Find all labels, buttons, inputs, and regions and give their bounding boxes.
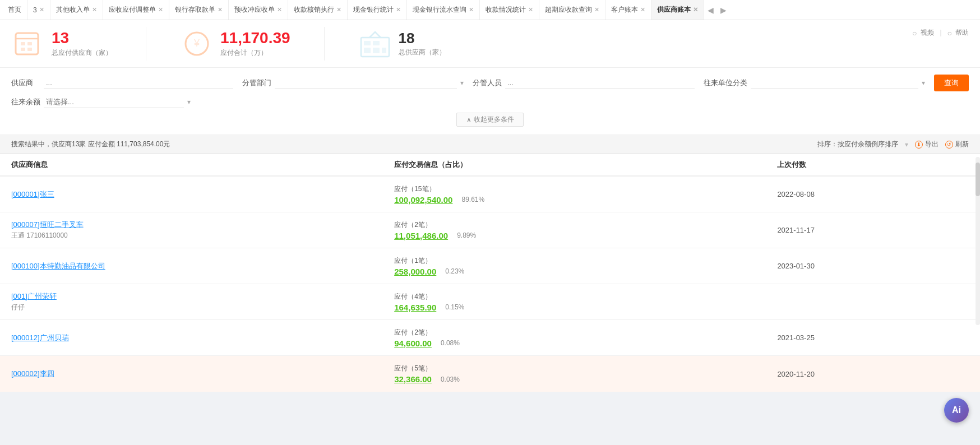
payment-label-3: 应付（1笔） bbox=[394, 256, 777, 266]
nav-tab-advance[interactable]: 预收冲应收单 ✕ bbox=[229, 0, 288, 20]
top-navigation: 首页 3 ✕ 其他收入单 ✕ 应收应付调整单 ✕ 银行存取款单 ✕ 预收冲应收单… bbox=[0, 0, 980, 20]
nav-tab-cash-stat[interactable]: 现金银行统计 ✕ bbox=[348, 0, 407, 20]
nav-tab-cash-stat-close[interactable]: ✕ bbox=[396, 6, 401, 13]
filter-balance: 往来余额 ▾ bbox=[11, 96, 191, 108]
nav-tab-cash-flow[interactable]: 现金银行流水查询 ✕ bbox=[407, 0, 480, 20]
collapse-button[interactable]: ∧ 收起更多条件 bbox=[456, 113, 524, 127]
stat-total-suppliers: 18 总供应商（家） bbox=[358, 27, 446, 61]
nav-tab-home-label: 首页 bbox=[8, 5, 21, 15]
svg-rect-4 bbox=[21, 48, 25, 51]
help-link[interactable]: 帮助 bbox=[955, 28, 969, 38]
nav-tab-bank-close[interactable]: ✕ bbox=[218, 6, 223, 13]
col-supplier-info: 供应商信息 bbox=[11, 160, 394, 170]
category-dropdown-icon[interactable]: ▾ bbox=[922, 79, 925, 87]
nav-tab-3[interactable]: 3 ✕ bbox=[27, 0, 50, 20]
nav-tab-other-income[interactable]: 其他收入单 ✕ bbox=[50, 0, 103, 20]
payment-amount-4[interactable]: 164,635.90 bbox=[394, 303, 436, 312]
nav-tab-supplier[interactable]: 供应商账本 ✕ bbox=[651, 0, 704, 20]
payment-amount-3[interactable]: 258,000.00 bbox=[394, 267, 436, 276]
nav-tab-ar-ap[interactable]: 应收应付调整单 ✕ bbox=[103, 0, 169, 20]
payment-row-3: 258,000.00 0.23% bbox=[394, 267, 777, 276]
nav-tab-overdue-close[interactable]: ✕ bbox=[594, 6, 599, 13]
filter-supplier: 供应商 bbox=[11, 77, 233, 89]
nav-tab-bank[interactable]: 银行存取款单 ✕ bbox=[169, 0, 229, 20]
query-button[interactable]: 查询 bbox=[934, 75, 969, 91]
nav-tab-home[interactable]: 首页 bbox=[2, 0, 27, 20]
payment-amount-1[interactable]: 100,092,540.00 bbox=[394, 195, 452, 205]
nav-tab-cash-flow-close[interactable]: ✕ bbox=[469, 6, 474, 13]
supplier-table: 供应商信息 应付交易信息（占比） 上次付数 [000001]张三 应付（15笔）… bbox=[0, 154, 980, 392]
stat-payable-amount-num: 11,170.39 bbox=[220, 30, 290, 47]
supplier-link-1[interactable]: [000001]张三 bbox=[11, 190, 54, 198]
stat-payable-suppliers-label: 总应付供应商（家） bbox=[52, 48, 112, 58]
payment-pct-1: 89.61% bbox=[461, 196, 484, 203]
nav-tab-customer[interactable]: 客户账本 ✕ bbox=[605, 0, 651, 20]
last-payment-cell-6: 2020-11-20 bbox=[777, 370, 969, 378]
nav-tab-3-close[interactable]: ✕ bbox=[39, 6, 44, 13]
payment-info-cell-6: 应付（5笔） 32,366.00 0.03% bbox=[394, 364, 777, 384]
sort-button[interactable]: 排序：按应付余额倒序排序 bbox=[817, 140, 898, 149]
stat-payable-suppliers: 13 总应付供应商（家） bbox=[11, 27, 112, 61]
svg-rect-2 bbox=[21, 42, 25, 45]
payment-row-5: 94,600.00 0.08% bbox=[394, 339, 777, 348]
balance-dropdown-icon[interactable]: ▾ bbox=[187, 98, 191, 106]
stat-total-suppliers-text: 18 总供应商（家） bbox=[399, 30, 446, 57]
nav-tab-supplier-close[interactable]: ✕ bbox=[693, 6, 698, 13]
payment-amount-2[interactable]: 11,051,486.00 bbox=[394, 231, 448, 240]
payment-label-6: 应付（5笔） bbox=[394, 364, 777, 373]
filter-dept: 分管部门 ▾ bbox=[242, 77, 464, 89]
vertical-scrollbar[interactable] bbox=[976, 157, 980, 325]
supplier-link-2[interactable]: [000007]恒旺二手叉车 bbox=[11, 220, 84, 229]
payment-pct-4: 0.15% bbox=[445, 303, 464, 311]
nav-tab-customer-close[interactable]: ✕ bbox=[640, 6, 645, 13]
nav-tab-receipt-stat[interactable]: 收款情况统计 ✕ bbox=[480, 0, 539, 20]
dept-dropdown-icon[interactable]: ▾ bbox=[460, 79, 464, 87]
nav-tab-bank-label: 银行存取款单 bbox=[175, 5, 215, 15]
last-payment-cell-1: 2022-08-08 bbox=[777, 190, 969, 198]
svg-text:¥: ¥ bbox=[193, 38, 200, 49]
nav-tab-other-income-close[interactable]: ✕ bbox=[92, 6, 97, 13]
table-row: [000002]李四 应付（5笔） 32,366.00 0.03% 2020-1… bbox=[0, 356, 980, 392]
supplier-link-3[interactable]: [000100]本特勤油品有限公司 bbox=[11, 262, 105, 270]
result-bar: 搜索结果中，供应商13家 应付金额 111,703,854.00元 排序：按应付… bbox=[0, 135, 980, 154]
nav-next-arrow[interactable]: ▶ bbox=[717, 0, 730, 20]
payment-amount-5[interactable]: 94,600.00 bbox=[394, 339, 432, 348]
nav-tab-receipt-stat-close[interactable]: ✕ bbox=[528, 6, 533, 13]
payment-info-cell-4: 应付（4笔） 164,635.90 0.15% bbox=[394, 292, 777, 312]
nav-tab-ar-ap-close[interactable]: ✕ bbox=[158, 6, 163, 13]
payable-suppliers-icon bbox=[11, 27, 45, 61]
nav-prev-arrow[interactable]: ◀ bbox=[704, 0, 717, 20]
dept-filter-label: 分管部门 bbox=[242, 78, 271, 88]
payment-label-5: 应付（2笔） bbox=[394, 328, 777, 337]
category-filter-input[interactable] bbox=[751, 77, 919, 89]
export-button[interactable]: ⬇ 导出 bbox=[915, 140, 939, 149]
payment-pct-2: 9.89% bbox=[457, 231, 476, 239]
last-payment-date-3: 2023-01-30 bbox=[777, 262, 815, 270]
circle-icon2: ○ bbox=[947, 29, 952, 38]
collapse-icon: ∧ bbox=[466, 116, 471, 124]
col-payment-info: 应付交易信息（占比） bbox=[394, 160, 777, 170]
nav-tab-advance-close[interactable]: ✕ bbox=[277, 6, 282, 13]
balance-filter-input[interactable] bbox=[44, 96, 184, 108]
refresh-icon: ↺ bbox=[945, 141, 953, 149]
scrollbar-thumb[interactable] bbox=[976, 163, 980, 196]
supplier-filter-input[interactable] bbox=[44, 77, 233, 89]
nav-tab-receipt[interactable]: 收款核销执行 ✕ bbox=[288, 0, 348, 20]
payment-info-cell-3: 应付（1笔） 258,000.00 0.23% bbox=[394, 256, 777, 276]
payment-amount-6[interactable]: 32,366.00 bbox=[394, 374, 432, 384]
table-header: 供应商信息 应付交易信息（占比） 上次付数 bbox=[0, 154, 980, 177]
video-link[interactable]: 视频 bbox=[921, 28, 934, 38]
supplier-link-5[interactable]: [000012]广州贝瑞 bbox=[11, 333, 69, 342]
dept-filter-input[interactable] bbox=[275, 77, 457, 89]
nav-tab-overdue[interactable]: 超期应收款查询 ✕ bbox=[539, 0, 605, 20]
col-last-payment: 上次付数 bbox=[777, 160, 969, 170]
supplier-link-4[interactable]: [001]广州荣轩 bbox=[11, 292, 57, 300]
supplier-info-cell-6: [000002]李四 bbox=[11, 369, 394, 379]
supplier-link-6[interactable]: [000002]李四 bbox=[11, 369, 54, 378]
circle-icon: ○ bbox=[912, 29, 917, 38]
stat-payable-suppliers-num: 13 bbox=[52, 30, 112, 47]
person-filter-input[interactable] bbox=[505, 77, 695, 89]
nav-tab-receipt-close[interactable]: ✕ bbox=[336, 6, 341, 13]
refresh-button[interactable]: ↺ 刷新 bbox=[945, 140, 969, 149]
balance-filter-label: 往来余额 bbox=[11, 97, 40, 107]
